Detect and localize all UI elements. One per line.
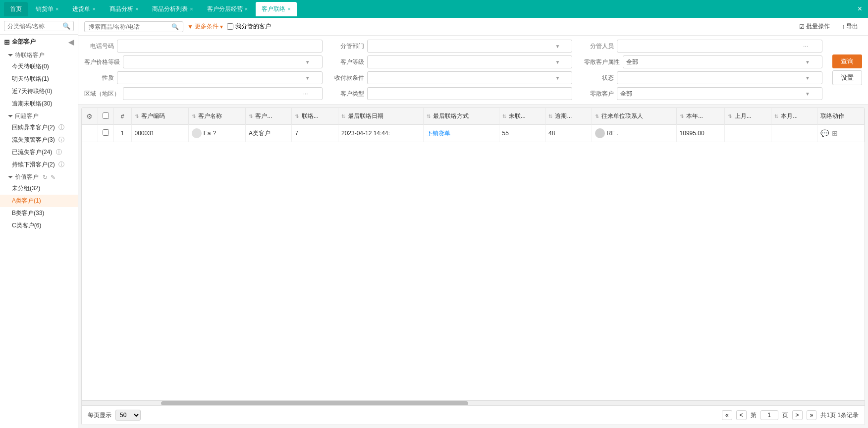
- tab-customer-segment[interactable]: 客户分层经营 ×: [201, 2, 254, 16]
- person-dots-icon[interactable]: ···: [801, 43, 810, 50]
- first-page-btn[interactable]: «: [722, 410, 732, 420]
- close-sales-tab[interactable]: ×: [55, 6, 58, 12]
- expand-problem-icon: [8, 115, 13, 117]
- sidebar-group-value[interactable]: 价值客户 ↻ ✎: [0, 171, 78, 182]
- customer-level-select[interactable]: ▼: [367, 55, 573, 68]
- sidebar-item-repurchase-abnormal[interactable]: 回购异常客户(2) ⓘ: [0, 121, 78, 134]
- sidebar-item-tomorrow[interactable]: 明天待联络(1): [0, 73, 78, 85]
- table-gear-icon[interactable]: ⚙: [86, 112, 93, 120]
- setting-button[interactable]: 设置: [832, 70, 862, 85]
- next-page-btn[interactable]: >: [792, 410, 803, 420]
- sidebar-all-customers[interactable]: ⊞ 全部客户 ◀: [0, 35, 78, 49]
- nature-select[interactable]: ▼: [117, 71, 323, 84]
- tab-purchase[interactable]: 进货单 ×: [66, 2, 101, 16]
- close-purchase-tab[interactable]: ×: [92, 6, 95, 12]
- tab-customer-contact[interactable]: 客户联络 ×: [256, 2, 296, 16]
- table-scroll-area[interactable]: ⚙ # ⇅ 客户编码: [82, 108, 865, 400]
- scrollbar-thumb[interactable]: [161, 401, 468, 405]
- main-container: 🔍 ⊞ 全部客户 ◀ 待联络客户 今天待联络(0) 明天待联络(1) 近7天待联…: [0, 18, 868, 428]
- close-all-tabs[interactable]: ×: [858, 4, 862, 13]
- col-unit-contact-header[interactable]: ⇅ 往来单位联系人: [592, 108, 676, 125]
- sidebar-item-loss-warning[interactable]: 流失预警客户(3) ⓘ: [0, 134, 78, 146]
- refresh-value-icon[interactable]: ↻: [43, 174, 48, 181]
- customer-table: ⚙ # ⇅ 客户编码: [82, 108, 865, 142]
- close-goods-list-tab[interactable]: ×: [190, 6, 193, 12]
- col-overdue-header[interactable]: ⇅ 逾期...: [545, 108, 592, 125]
- tab-sales[interactable]: 销货单 ×: [30, 2, 64, 16]
- phone-input[interactable]: [117, 40, 323, 53]
- sort-unit-contact-icon: ⇅: [595, 113, 599, 119]
- filter-row-1: 电话号码 分管部门 ▼ 分管人员: [84, 40, 822, 53]
- sidebar-item-7days[interactable]: 近7天待联络(0): [0, 85, 78, 98]
- col-name-header[interactable]: ⇅ 客户名称: [188, 108, 245, 125]
- sidebar-item-lost[interactable]: 已流失客户(24) ⓘ: [0, 146, 78, 159]
- pagination-bar: 每页显示 50 100 200 « < 第 页 > » 共1页 1条记录: [82, 405, 865, 425]
- col-this-month-header[interactable]: ⇅ 本月...: [771, 108, 817, 125]
- close-goods-analysis-tab[interactable]: ×: [135, 6, 138, 12]
- last-page-btn[interactable]: »: [807, 410, 817, 420]
- my-customers-checkbox[interactable]: 我分管的客户: [227, 22, 271, 31]
- export-btn[interactable]: ↑ 导出: [838, 21, 862, 32]
- page-size-select[interactable]: 50 100 200: [115, 410, 141, 421]
- col-type-header[interactable]: ⇅ 客户...: [245, 108, 292, 125]
- filter-phone: 电话号码: [84, 40, 323, 53]
- col-last-method-header[interactable]: ⇅ 最后联络方式: [424, 108, 499, 125]
- query-button[interactable]: 查询: [832, 54, 862, 68]
- more-filters-btn[interactable]: ▼ 更多条件 ▾: [187, 22, 223, 31]
- collapse-icon[interactable]: ◀: [68, 38, 74, 46]
- sidebar-item-a-class[interactable]: A类客户(1): [0, 195, 78, 207]
- col-this-year-header[interactable]: ⇅ 本年...: [676, 108, 725, 125]
- advanced-filter: 电话号码 分管部门 ▼ 分管人员: [78, 36, 868, 105]
- region-select[interactable]: ···: [123, 87, 323, 100]
- page-number-input[interactable]: [760, 410, 778, 420]
- sidebar-search-input[interactable]: [7, 23, 60, 30]
- retail-attr-select[interactable]: 全部 ▼: [623, 55, 822, 68]
- sort-type-icon: ⇅: [249, 113, 253, 119]
- col-no-contact-header[interactable]: ⇅ 未联...: [499, 108, 545, 125]
- sidebar-search-box[interactable]: 🔍: [4, 21, 74, 31]
- row-checkbox[interactable]: [103, 129, 109, 136]
- col-contact-header[interactable]: ⇅ 联络...: [292, 108, 338, 125]
- close-customer-contact-tab[interactable]: ×: [287, 6, 290, 12]
- horizontal-scrollbar[interactable]: [82, 400, 865, 405]
- col-code-header[interactable]: ⇅ 客户编码: [131, 108, 188, 125]
- sidebar-item-overdue[interactable]: 逾期未联络(30): [0, 98, 78, 110]
- sidebar-item-declining[interactable]: 持续下滑客户(2) ⓘ: [0, 159, 78, 171]
- col-last-month-header[interactable]: ⇅ 上月...: [725, 108, 771, 125]
- main-search-input[interactable]: [89, 23, 169, 30]
- sidebar-item-ungroup[interactable]: 未分组(32): [0, 182, 78, 195]
- customer-level-chevron-icon: ▼: [555, 59, 560, 65]
- chat-icon[interactable]: 💬: [820, 129, 829, 137]
- qr-icon[interactable]: ⊞: [832, 129, 838, 137]
- tab-goods-analysis[interactable]: 商品分析 ×: [104, 2, 144, 16]
- sidebar-item-b-class[interactable]: B类客户(33): [0, 207, 78, 219]
- region-dots-icon[interactable]: ···: [301, 90, 310, 97]
- retail-customer-select[interactable]: 全部 ▼: [617, 87, 822, 100]
- edit-value-icon[interactable]: ✎: [51, 174, 55, 181]
- sidebar-group-pending[interactable]: 待联络客户: [0, 49, 78, 60]
- sidebar-group-problem[interactable]: 问题客户: [0, 110, 78, 121]
- row-name: Ea ?: [188, 125, 245, 142]
- close-customer-segment-tab[interactable]: ×: [245, 6, 248, 12]
- select-all-checkbox[interactable]: [103, 112, 109, 119]
- payment-select[interactable]: ▼: [367, 71, 573, 84]
- sidebar-item-today[interactable]: 今天待联络(0): [0, 60, 78, 73]
- col-last-date-header[interactable]: ⇅ 最后联络日期: [338, 108, 423, 125]
- dept-select[interactable]: ▼: [367, 40, 573, 53]
- sort-no-contact-icon: ⇅: [502, 113, 506, 119]
- row-code: 000031: [131, 125, 188, 142]
- status-label: 状态: [584, 74, 614, 82]
- sidebar-item-c-class[interactable]: C类客户(6): [0, 219, 78, 232]
- batch-operation-btn[interactable]: ☑ 批量操作: [795, 21, 834, 32]
- my-customers-check-input[interactable]: [227, 23, 233, 30]
- tab-goods-list[interactable]: 商品分析列表 ×: [146, 2, 199, 16]
- customer-type-input[interactable]: [367, 87, 573, 100]
- price-level-select[interactable]: ▼: [123, 55, 323, 68]
- person-select[interactable]: ···: [617, 40, 822, 53]
- row-action: 💬 ⊞: [817, 125, 865, 142]
- prev-page-btn[interactable]: <: [736, 410, 747, 420]
- main-search-box[interactable]: 🔍: [84, 21, 183, 32]
- last-method-link[interactable]: 下销货单: [427, 130, 450, 137]
- status-select[interactable]: ▼: [617, 71, 822, 84]
- tab-home[interactable]: 首页: [4, 2, 28, 16]
